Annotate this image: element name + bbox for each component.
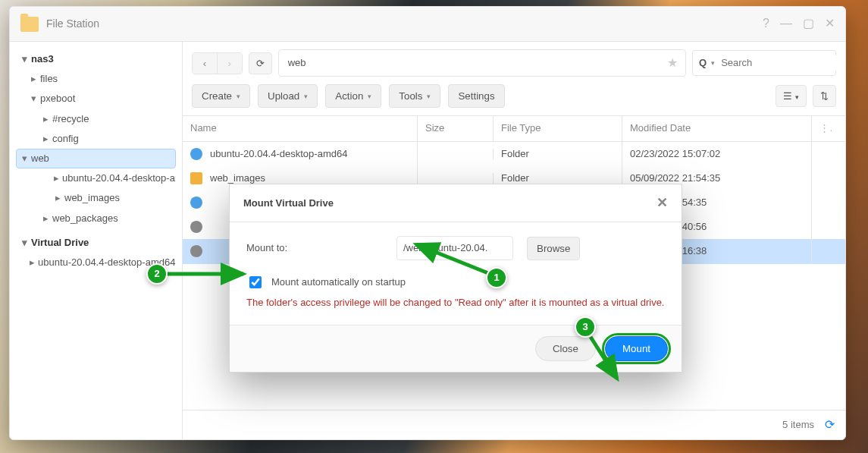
path-toolbar: ‹ › ⟳ ★ Q▾ bbox=[183, 42, 845, 84]
status-bar: 5 items ⟳ bbox=[183, 410, 845, 439]
file-station-window: File Station ? — ▢ ✕ ▾nas3 ▸files ▾pxebo… bbox=[9, 6, 846, 440]
tree-item-config[interactable]: ▸config bbox=[16, 129, 176, 149]
col-name[interactable]: Name bbox=[183, 116, 418, 140]
tree-item-recycle[interactable]: ▸#recycle bbox=[16, 109, 176, 129]
favorite-icon[interactable]: ★ bbox=[667, 55, 678, 71]
create-button[interactable]: Create▾ bbox=[192, 84, 250, 108]
sort-button[interactable]: ⇅ bbox=[813, 85, 836, 107]
titlebar[interactable]: File Station ? — ▢ ✕ bbox=[10, 7, 845, 42]
minimize-icon[interactable]: — bbox=[780, 15, 792, 32]
dialog-close-icon[interactable]: ✕ bbox=[656, 193, 668, 212]
auto-mount-label: Mount automatically on startup bbox=[271, 275, 406, 289]
status-refresh-icon[interactable]: ⟳ bbox=[825, 417, 835, 433]
iso-icon bbox=[190, 245, 202, 257]
tree-item-pxeboot[interactable]: ▾pxeboot bbox=[16, 89, 176, 109]
settings-button[interactable]: Settings bbox=[448, 84, 504, 108]
col-type[interactable]: File Type bbox=[494, 116, 622, 140]
tools-button[interactable]: Tools▾ bbox=[389, 84, 440, 108]
col-modified[interactable]: Modified Date bbox=[622, 116, 812, 140]
upload-button[interactable]: Upload▾ bbox=[258, 84, 318, 108]
nav-forward-button[interactable]: › bbox=[217, 53, 242, 74]
window-title: File Station bbox=[46, 17, 99, 32]
close-window-icon[interactable]: ✕ bbox=[825, 15, 835, 32]
folder-icon bbox=[190, 172, 202, 184]
search-icon: Q bbox=[699, 56, 707, 70]
help-icon[interactable]: ? bbox=[763, 15, 769, 32]
dialog-title: Mount Virtual Drive bbox=[243, 197, 334, 210]
maximize-icon[interactable]: ▢ bbox=[803, 15, 814, 32]
readonly-warning: The folder's access privilege will be ch… bbox=[246, 295, 665, 311]
action-button[interactable]: Action▾ bbox=[325, 84, 381, 108]
mount-to-label: Mount to: bbox=[246, 241, 383, 255]
path-input[interactable] bbox=[287, 55, 663, 71]
nav-back-button[interactable]: ‹ bbox=[193, 53, 217, 74]
tree-root[interactable]: ▾nas3 bbox=[16, 49, 176, 69]
annotation-badge-1: 1 bbox=[486, 267, 507, 288]
search-field[interactable]: Q▾ bbox=[692, 50, 836, 76]
path-field[interactable]: ★ bbox=[278, 49, 686, 77]
annotation-badge-3: 3 bbox=[575, 316, 596, 338]
annotation-badge-2: 2 bbox=[146, 263, 168, 285]
col-size[interactable]: Size bbox=[418, 116, 494, 140]
browse-button[interactable]: Browse bbox=[527, 237, 580, 260]
iso-icon bbox=[190, 221, 202, 233]
search-input[interactable] bbox=[719, 55, 846, 71]
view-list-button[interactable]: ☰ ▾ bbox=[776, 85, 807, 107]
file-icon bbox=[190, 197, 202, 209]
nav-back-forward: ‹ › bbox=[192, 52, 243, 74]
tree-item-web-images[interactable]: ▸web_images bbox=[16, 188, 176, 208]
tree-item-ubuntu-desktop[interactable]: ▸ubuntu-20.04.4-desktop-amd64 bbox=[16, 168, 176, 188]
col-more-icon[interactable]: ⋮ bbox=[812, 116, 833, 140]
action-toolbar: Create▾ Upload▾ Action▾ Tools▾ Settings … bbox=[183, 84, 845, 115]
item-count: 5 items bbox=[782, 418, 814, 432]
tree-item-web[interactable]: ▾web bbox=[16, 149, 176, 168]
folder-tree[interactable]: ▾nas3 ▸files ▾pxeboot ▸#recycle ▸config … bbox=[10, 42, 183, 439]
chevron-down-icon: ▾ bbox=[711, 58, 715, 68]
table-header: Name Size File Type Modified Date ⋮ bbox=[183, 116, 845, 141]
annotation-arrow-2 bbox=[161, 265, 252, 288]
tree-item-web-packages[interactable]: ▸web_packages bbox=[16, 209, 176, 228]
app-folder-icon bbox=[20, 17, 39, 32]
tree-virtual-drive-header[interactable]: ▾Virtual Drive bbox=[16, 233, 176, 253]
table-row[interactable]: ubuntu-20.04.4-desktop-amd64 Folder02/23… bbox=[183, 142, 845, 166]
globe-icon bbox=[190, 148, 202, 160]
tree-item-files[interactable]: ▸files bbox=[16, 69, 176, 89]
refresh-button[interactable]: ⟳ bbox=[249, 52, 272, 74]
annotation-arrow-3 bbox=[583, 333, 628, 386]
